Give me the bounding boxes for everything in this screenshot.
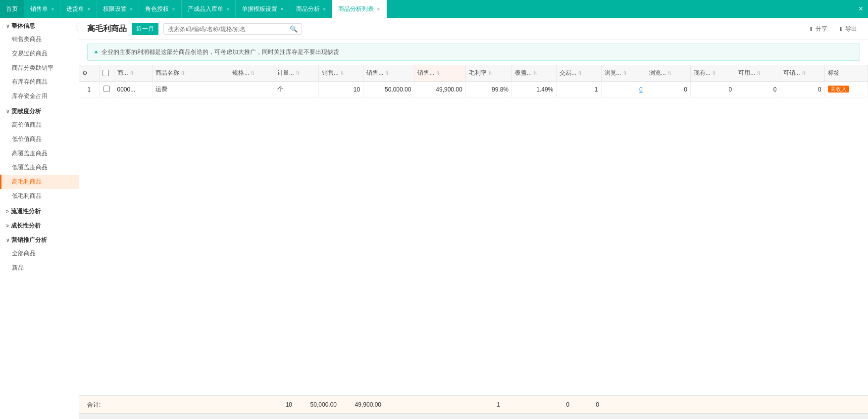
close-purchase-tab[interactable]: × <box>87 6 90 12</box>
sort-available-icon: ⇅ <box>757 70 761 76</box>
cell-sales-qty: 10 <box>318 82 363 97</box>
tip-icon: ✦ <box>94 49 99 56</box>
sidebar-item-inventory-capital[interactable]: 库存资金占用 <box>0 89 79 103</box>
nav-home[interactable]: 首页 <box>0 0 24 18</box>
close-product-analysis-list-tab[interactable]: × <box>377 6 380 12</box>
sidebar-item-traded-goods[interactable]: 交易过的商品 <box>0 47 79 61</box>
horizontal-scrollbar[interactable] <box>79 413 868 419</box>
export-icon: ⬇ <box>838 26 843 33</box>
col-settings[interactable]: ⚙ <box>79 65 99 82</box>
sort-sales-qty-icon: ⇅ <box>340 70 344 76</box>
search-icon[interactable]: 🔍 <box>290 25 298 33</box>
col-available[interactable]: 可用... ⇅ <box>735 65 780 82</box>
sort-sales-cost-icon: ⇅ <box>436 70 440 76</box>
sort-unit-icon: ⇅ <box>296 70 300 76</box>
share-btn[interactable]: ⬆ 分享 <box>806 23 830 35</box>
sidebar-item-high-coverage[interactable]: 高覆盖度商品 <box>0 146 79 161</box>
cell-index: 1 <box>79 82 99 97</box>
top-nav: 首页 销售单 × 进货单 × 权限设置 × 角色授权 × 产成品入库单 × 单据… <box>0 0 868 18</box>
sidebar-item-all-goods[interactable]: 全部商品 <box>0 246 79 261</box>
col-sellable[interactable]: 可销... ⇅ <box>780 65 824 82</box>
sidebar-item-low-margin[interactable]: 低毛利商品 <box>0 189 79 203</box>
cell-checkbox[interactable] <box>99 82 114 97</box>
share-icon: ⬆ <box>809 26 814 33</box>
col-spec[interactable]: 规格... ⇅ <box>229 65 274 82</box>
col-code[interactable]: 商... ⇅ <box>114 65 152 82</box>
col-trade-count[interactable]: 交易... ⇅ <box>557 65 601 82</box>
nav-purchase[interactable]: 进货单 × <box>60 0 97 18</box>
col-coverage[interactable]: 覆盖... ⇅ <box>512 65 557 82</box>
sidebar-item-low-coverage[interactable]: 低覆盖度商品 <box>0 160 79 175</box>
col-browse2[interactable]: 浏览... ⇅ <box>646 65 690 82</box>
cell-sellable: 0 <box>780 82 824 97</box>
cell-current-stock: 0 <box>691 82 735 97</box>
group-contribution-arrow: ∨ <box>6 109 9 114</box>
sidebar-item-category-rate[interactable]: 商品分类助销率 <box>0 61 79 75</box>
footer-spacer2 <box>384 401 473 408</box>
sidebar-item-low-value[interactable]: 低价值商品 <box>0 132 79 146</box>
footer-spacer1 <box>127 401 265 408</box>
header-actions: ⬆ 分享 ⬇ 导出 <box>806 23 860 35</box>
footer-sales-qty: 10 <box>265 401 295 408</box>
table-container[interactable]: ⚙ 商... ⇅ 商品名称 <box>79 65 868 395</box>
cell-browse1[interactable]: 0 <box>601 82 646 97</box>
cell-trade-count: 1 <box>557 82 601 97</box>
search-input[interactable] <box>168 26 290 33</box>
cell-sales-amount: 50,000.00 <box>363 82 414 97</box>
nav-product-analysis-list[interactable]: 商品分析列表 × <box>332 0 386 18</box>
group-growth-arrow: > <box>6 223 9 229</box>
close-product-inbound-tab[interactable]: × <box>226 6 229 12</box>
sidebar-group-marketing[interactable]: ∨ 营销推广分析 <box>0 232 79 246</box>
footer-label: 合计: <box>87 401 127 409</box>
sidebar-item-new-goods[interactable]: 新品 <box>0 261 79 275</box>
row-checkbox[interactable] <box>103 86 110 92</box>
footer-total: 合计: 10 50,000.00 49,900.00 1 0 0 <box>79 395 868 413</box>
sidebar-item-high-value[interactable]: 高价值商品 <box>0 118 79 132</box>
sidebar-item-high-margin[interactable]: 高毛利商品 <box>0 175 79 189</box>
info-banner: ✦ 企业的主要的利润都是这部分商品创造的，可考虑加大推广，同时关注库存是不要出现… <box>87 44 860 61</box>
col-sales-qty[interactable]: 销售... ⇅ <box>318 65 363 82</box>
cell-spec <box>229 82 274 97</box>
sidebar-group-overall[interactable]: ∨ 整体信息 <box>0 18 79 32</box>
sidebar-item-sales-goods[interactable]: 销售类商品 <box>0 32 79 47</box>
nav-product-inbound[interactable]: 产成品入库单 × <box>182 0 236 18</box>
data-table: ⚙ 商... ⇅ 商品名称 <box>79 65 868 97</box>
cell-coverage: 1.49% <box>512 82 557 97</box>
nav-product-analysis[interactable]: 商品分析 × <box>290 0 332 18</box>
select-all-checkbox[interactable] <box>102 70 109 76</box>
content-header: 高毛利商品 近一月 🔍 ⬆ 分享 ⬇ 导出 <box>79 18 868 40</box>
export-btn[interactable]: ⬇ 导出 <box>835 23 860 35</box>
sidebar-group-contribution[interactable]: ∨ 贡献度分析 <box>0 103 79 118</box>
window-close-btn[interactable]: × <box>859 4 863 13</box>
sort-coverage-icon: ⇅ <box>533 70 537 76</box>
nav-sales[interactable]: 销售单 × <box>24 0 60 18</box>
sidebar-group-growth[interactable]: > 成长性分析 <box>0 218 79 232</box>
col-name[interactable]: 商品名称 ⇅ <box>152 65 229 82</box>
col-browse1[interactable]: 浏览... ⇅ <box>601 65 646 82</box>
close-sales-tab[interactable]: × <box>51 6 54 12</box>
sidebar-item-stocked-goods[interactable]: 有库存的商品 <box>0 75 79 89</box>
cell-name: 运费 <box>152 82 229 97</box>
footer-spacer3 <box>503 401 543 408</box>
col-tag[interactable]: 标签 <box>824 65 868 82</box>
col-checkbox[interactable] <box>99 65 114 82</box>
sort-browse2-icon: ⇅ <box>667 70 671 76</box>
col-current-stock[interactable]: 现有... ⇅ <box>691 65 735 82</box>
sort-gross-margin-icon: ⇅ <box>488 70 492 76</box>
col-unit[interactable]: 计量... ⇅ <box>274 65 318 82</box>
nav-template[interactable]: 单据模板设置 × <box>236 0 290 18</box>
nav-permission[interactable]: 权限设置 × <box>97 0 139 18</box>
sidebar-group-liquidity[interactable]: > 流通性分析 <box>0 203 79 218</box>
nav-role[interactable]: 角色授权 × <box>139 0 181 18</box>
close-role-tab[interactable]: × <box>172 6 175 12</box>
sort-sellable-icon: ⇅ <box>802 70 806 76</box>
table-header-row: ⚙ 商... ⇅ 商品名称 <box>79 65 868 82</box>
footer-sales-cost: 49,900.00 <box>340 401 384 408</box>
col-sales-amount[interactable]: 销售... ⇅ <box>363 65 414 82</box>
close-product-analysis-tab[interactable]: × <box>323 6 326 12</box>
filter-recent-month-btn[interactable]: 近一月 <box>132 23 158 35</box>
col-gross-margin[interactable]: 毛利率 ⇅ <box>465 65 511 82</box>
col-sales-cost[interactable]: 销售... ⇅ <box>414 65 465 82</box>
close-template-tab[interactable]: × <box>280 6 283 12</box>
close-permission-tab[interactable]: × <box>130 6 133 12</box>
